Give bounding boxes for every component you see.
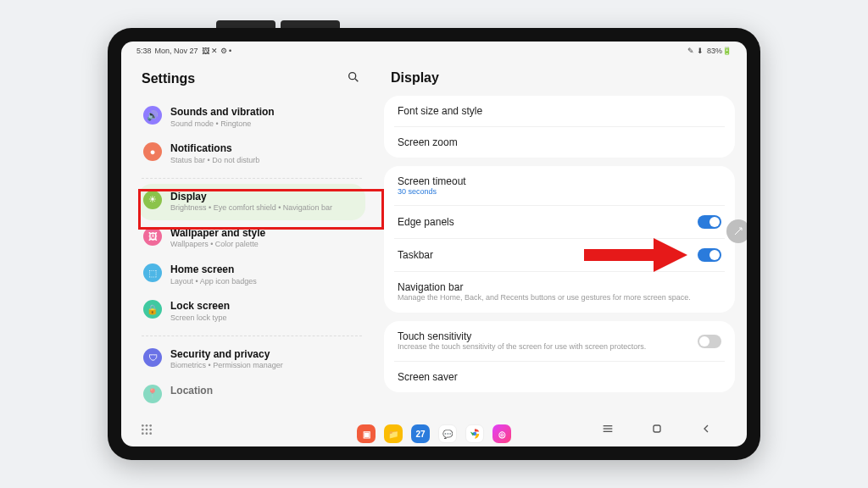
sidebar-item-wallpaper[interactable]: 🖼 Wallpaper and style Wallpapers • Color… (138, 220, 365, 257)
sidebar-item-label: Notifications (170, 142, 360, 156)
nav-home[interactable] (650, 422, 664, 439)
sidebar-item-label: Security and privacy (170, 348, 360, 362)
sidebar-item-security[interactable]: 🛡 Security and privacy Biometrics • Perm… (138, 341, 365, 378)
sidebar-item-label: Wallpaper and style (170, 227, 360, 241)
sidebar-item-sub: Status bar • Do not disturb (170, 156, 360, 166)
security-icon: 🛡 (143, 348, 162, 367)
sidebar-divider (142, 336, 362, 336)
row-font-size[interactable]: Font size and style (384, 96, 735, 126)
status-time: 5:38 (136, 47, 152, 55)
status-bar: 5:38 Mon, Nov 27 🖼 ✕ ⚙ • ✎ ⬇ 83%🔋 (121, 42, 747, 60)
svg-point-8 (146, 429, 148, 431)
status-left-icons: 🖼 ✕ ⚙ • (202, 47, 232, 55)
navigation-bar: ▣ 📁 27 💬 ◎ (121, 418, 747, 446)
sidebar-item-display[interactable]: ☀ Display Brightness • Eye comfort shiel… (138, 184, 365, 220)
svg-point-10 (142, 432, 144, 435)
status-date: Mon, Nov 27 (155, 47, 198, 55)
nav-back[interactable] (699, 422, 713, 439)
edge-panel-handle[interactable] (726, 219, 747, 243)
page-title: Display (384, 67, 735, 96)
row-taskbar[interactable]: Taskbar (384, 239, 735, 271)
dock-app-chrome[interactable] (465, 424, 484, 443)
location-icon: 📍 (143, 385, 162, 403)
sidebar-item-notifications[interactable]: ● Notifications Status bar • Do not dist… (138, 136, 365, 172)
settings-group: Font size and style Screen zoom (384, 96, 735, 158)
sidebar-item-label: Location (170, 385, 360, 398)
sidebar-item-label: Display (170, 191, 360, 204)
svg-point-12 (149, 432, 152, 435)
sidebar-item-homescreen[interactable]: ⬚ Home screen Layout • App icon badges (138, 257, 365, 293)
taskbar-toggle[interactable] (698, 248, 721, 262)
dock-app-2[interactable]: 📁 (384, 424, 403, 443)
row-screen-saver[interactable]: Screen saver (384, 362, 735, 392)
screen: 5:38 Mon, Nov 27 🖼 ✕ ⚙ • ✎ ⬇ 83%🔋 Settin… (121, 42, 747, 446)
svg-point-5 (146, 424, 148, 427)
row-touch-sensitivity[interactable]: Touch sensitivity Increase the touch sen… (384, 321, 735, 362)
sidebar-divider (142, 178, 362, 179)
home-icon: ⬚ (143, 263, 162, 282)
dock-app-6[interactable]: ◎ (492, 424, 511, 443)
sidebar-item-sub: Brightness • Eye comfort shield • Naviga… (170, 203, 360, 214)
display-icon: ☀ (143, 191, 162, 209)
svg-point-11 (146, 432, 148, 435)
svg-point-9 (149, 429, 152, 431)
status-right-icons: ✎ ⬇ (687, 47, 704, 55)
svg-rect-18 (654, 425, 660, 432)
sidebar-item-location[interactable]: 📍 Location (138, 378, 365, 410)
svg-point-0 (349, 73, 356, 80)
sidebar-item-sounds[interactable]: 🔊 Sounds and vibration Sound mode • Ring… (138, 99, 365, 136)
sidebar-item-label: Sounds and vibration (170, 106, 360, 119)
search-icon[interactable] (347, 70, 360, 87)
row-navigation-bar[interactable]: Navigation bar Manage the Home, Back, an… (384, 272, 735, 313)
dock-app-calendar[interactable]: 27 (411, 424, 430, 443)
svg-point-6 (149, 424, 152, 427)
sidebar-item-label: Lock screen (170, 300, 360, 313)
main-panel: Display Font size and style Screen zoom … (376, 60, 747, 418)
sounds-icon: 🔊 (143, 106, 162, 125)
nav-recents[interactable] (601, 422, 615, 439)
dock-app-1[interactable]: ▣ (357, 424, 376, 443)
sidebar-item-sub: Wallpapers • Color palette (170, 240, 360, 250)
sidebar-item-sub: Biometrics • Permission manager (170, 361, 360, 371)
sidebar-item-sub: Layout • App icon badges (170, 277, 360, 287)
content-area: Settings 🔊 Sounds and vibration Sound mo… (121, 60, 747, 418)
sidebar-item-lockscreen[interactable]: 🔒 Lock screen Screen lock type (138, 293, 365, 330)
touch-sensitivity-toggle[interactable] (698, 335, 721, 348)
wallpaper-icon: 🖼 (143, 227, 162, 246)
settings-title: Settings (142, 71, 195, 86)
sidebar-item-sub: Screen lock type (170, 313, 360, 324)
taskbar-dock: ▣ 📁 27 💬 ◎ (357, 424, 511, 443)
settings-group: Screen timeout 30 seconds Edge panels Ta… (384, 166, 735, 313)
sidebar-item-label: Home screen (170, 263, 360, 277)
edge-panels-toggle[interactable] (698, 215, 721, 229)
tablet-frame: 5:38 Mon, Nov 27 🖼 ✕ ⚙ • ✎ ⬇ 83%🔋 Settin… (108, 28, 760, 460)
sidebar-item-sub: Sound mode • Ringtone (170, 119, 360, 130)
row-edge-panels[interactable]: Edge panels (384, 206, 735, 238)
row-screen-zoom[interactable]: Screen zoom (384, 127, 735, 158)
svg-point-7 (142, 429, 144, 431)
row-screen-timeout[interactable]: Screen timeout 30 seconds (384, 166, 735, 205)
dock-app-messages[interactable]: 💬 (438, 424, 457, 443)
svg-point-4 (142, 424, 144, 427)
svg-line-1 (355, 79, 358, 81)
settings-group: Touch sensitivity Increase the touch sen… (384, 321, 735, 393)
apps-grid-icon[interactable] (140, 423, 153, 440)
lock-icon: 🔒 (143, 300, 162, 319)
notifications-icon: ● (143, 142, 162, 161)
status-battery: 83%🔋 (707, 47, 732, 55)
settings-sidebar: Settings 🔊 Sounds and vibration Sound mo… (121, 60, 376, 418)
